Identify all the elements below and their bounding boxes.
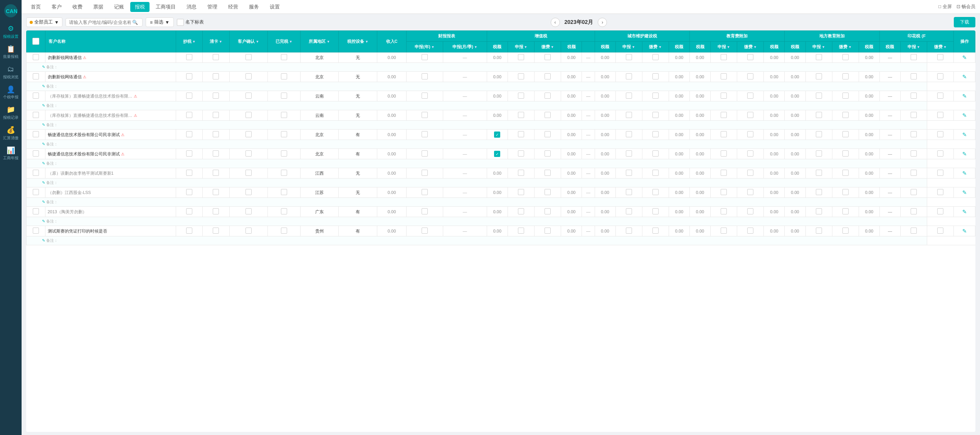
col-city-apply: 申报▼ [615, 42, 642, 52]
remark-row: ✎ 备注： [27, 101, 975, 110]
client-name: 2013（陶美芳勿删） [45, 207, 176, 217]
edit-icon[interactable]: ✎ [962, 228, 967, 234]
col-city-tax2: 税额 [669, 42, 689, 52]
action-cell[interactable]: ✎ [954, 187, 975, 198]
named-label-check[interactable] [177, 19, 184, 26]
action-cell[interactable]: ✎ [954, 207, 975, 217]
edit-icon[interactable]: ✎ [962, 151, 967, 157]
colgroup-local: 地方教育附加 [785, 31, 879, 42]
col-stamp-apply: 申报▼ [901, 42, 927, 52]
download-button[interactable]: 下载 [954, 17, 975, 27]
sidebar-item-tax-settings[interactable]: ⚙ 报税设置 [0, 22, 22, 42]
col-vat-tax2: 税额 [561, 42, 582, 52]
select-all-checkbox[interactable] [32, 38, 39, 45]
col-city-tax: 税额 [595, 42, 615, 52]
sidebar-item-batch-tax[interactable]: 📋 批量报税 [0, 42, 22, 62]
edit-icon[interactable]: ✎ [962, 74, 967, 80]
action-cell[interactable]: ✎ [954, 149, 975, 159]
svg-text:CANI: CANI [6, 8, 18, 14]
individual-tax-icon: 👤 [7, 86, 15, 94]
pencil-icon: ✎ [42, 103, 45, 108]
warning-icon: ⚠ [83, 75, 86, 79]
col-paid: 已完税▼ [268, 31, 300, 52]
nav-service[interactable]: 服务 [244, 2, 264, 12]
edit-icon[interactable]: ✎ [962, 189, 967, 196]
search-input[interactable] [69, 20, 131, 25]
search-icon: 🔍 [132, 20, 138, 25]
main-table: 客户名称 抄税▼ 清卡▼ 客户确认▼ 已完税▼ 所属地区▼ 税控设备▼ 收入C … [26, 30, 975, 245]
col-qingka: 清卡▼ [203, 31, 229, 52]
warning-icon: ⚠ [121, 152, 124, 156]
action-cell[interactable]: ✎ [954, 226, 975, 236]
nav-manage[interactable]: 管理 [203, 2, 222, 12]
remark-row: ✎ 备注： [27, 217, 975, 226]
table-row: （原）误删勿改李艳平测试斯赛新1江西无0.00—0.000.00—0.000.0… [27, 168, 975, 179]
edit-icon[interactable]: ✎ [962, 93, 967, 99]
col-region: 所属地区▼ [300, 31, 339, 52]
sidebar-item-individual-tax[interactable]: 👤 个税申报 [0, 83, 22, 103]
filter-arrow: ▼ [165, 20, 170, 25]
remark-row: ✎ 备注： [27, 140, 975, 149]
col-vat-apply: 申报▼ [508, 42, 534, 52]
edit-icon[interactable]: ✎ [962, 54, 967, 61]
col-revenue: 收入C [377, 31, 406, 52]
table-container[interactable]: 客户名称 抄税▼ 清卡▼ 客户确认▼ 已完税▼ 所属地区▼ 税控设备▼ 收入C … [26, 30, 975, 432]
sidebar-item-tax-record[interactable]: 📁 报税记录 [0, 103, 22, 123]
colgroup-caibao: 财报报表 [407, 31, 487, 42]
topnav-right: □ 全屏 ⊡ 畅会员 [938, 3, 975, 10]
prev-month-button[interactable]: ‹ [551, 18, 560, 27]
pencil-icon: ✎ [42, 238, 45, 243]
nav-industry[interactable]: 工商项目 [151, 2, 180, 12]
col-chaosui: 抄税▼ [176, 31, 203, 52]
pencil-icon: ✎ [42, 123, 45, 127]
action-cell[interactable]: ✎ [954, 130, 975, 140]
col-vat-pay: 缴费▼ [535, 42, 561, 52]
edit-icon[interactable]: ✎ [962, 112, 967, 118]
table-row: 测试斯赛的凭证打印的时候是否贵州有0.00—0.000.00—0.000.000… [27, 226, 975, 236]
search-box[interactable]: 🔍 [66, 18, 143, 27]
nav-settings[interactable]: 设置 [265, 2, 284, 12]
edit-icon[interactable]: ✎ [962, 209, 967, 215]
action-cell[interactable]: ✎ [954, 91, 975, 101]
nav-client[interactable]: 客户 [47, 2, 66, 12]
nav-home[interactable]: 首页 [26, 2, 45, 12]
edit-icon[interactable]: ✎ [962, 170, 967, 176]
remark-row: ✎ 备注： [27, 121, 975, 130]
col-edu-tax: 税额 [690, 42, 711, 52]
named-label-checkbox[interactable]: 名下标表 [177, 19, 204, 26]
col-local-tax: 税额 [785, 42, 805, 52]
nav-invoice[interactable]: 票据 [89, 2, 108, 12]
col-name: 客户名称 [45, 31, 176, 52]
nav-message[interactable]: 消息 [182, 2, 201, 12]
table-row: （库存核算）直播畅捷通信息技术股份有限… ⚠云南无0.00—0.000.00—0… [27, 110, 975, 121]
edit-icon[interactable]: ✎ [962, 132, 967, 138]
table-row: 畅捷通信息技术股份有限公司民非测试 ⚠北京有0.00—✓0.00—0.000.0… [27, 130, 975, 140]
nav-operate[interactable]: 经营 [224, 2, 243, 12]
sidebar-item-remittance[interactable]: 💰 汇算清缴 [0, 123, 22, 143]
member-btn[interactable]: ⊡ 畅会员 [956, 3, 975, 10]
sidebar-item-annual-report[interactable]: 📊 工商年报 [0, 143, 22, 164]
action-cell[interactable]: ✎ [954, 72, 975, 82]
col-edu-pay: 缴费▼ [737, 42, 764, 52]
tax-view-icon: 🗂 [7, 65, 14, 74]
col-confirm: 客户确认▼ [229, 31, 268, 52]
next-month-button[interactable]: › [598, 18, 607, 27]
nav-collect[interactable]: 收费 [68, 2, 87, 12]
filter-dot [30, 21, 33, 24]
sidebar-item-tax-view[interactable]: 🗂 报税浏览 [0, 62, 22, 83]
warning-icon: ⚠ [121, 133, 124, 137]
action-cell[interactable]: ✎ [954, 168, 975, 179]
nav-tax[interactable]: 报税 [130, 2, 150, 12]
col-caibao-year: 申报(年)▼ [407, 42, 443, 52]
employee-filter[interactable]: 全部员工 ▼ [26, 17, 62, 27]
col-checkbox [27, 31, 45, 52]
filter-button[interactable]: ≡ 筛选 ▼ [146, 17, 174, 27]
warning-icon: ⚠ [83, 56, 86, 60]
fullscreen-btn[interactable]: □ 全屏 [938, 3, 952, 10]
pencil-icon: ✎ [42, 180, 45, 185]
col-local-tax2: 税额 [859, 42, 879, 52]
nav-accounting[interactable]: 记账 [109, 2, 129, 12]
action-cell[interactable]: ✎ [954, 110, 975, 121]
sidebar: CANI ⚙ 报税设置 📋 批量报税 🗂 报税浏览 👤 个税申报 📁 报税记录 … [0, 0, 22, 435]
action-cell[interactable]: ✎ [954, 52, 975, 63]
